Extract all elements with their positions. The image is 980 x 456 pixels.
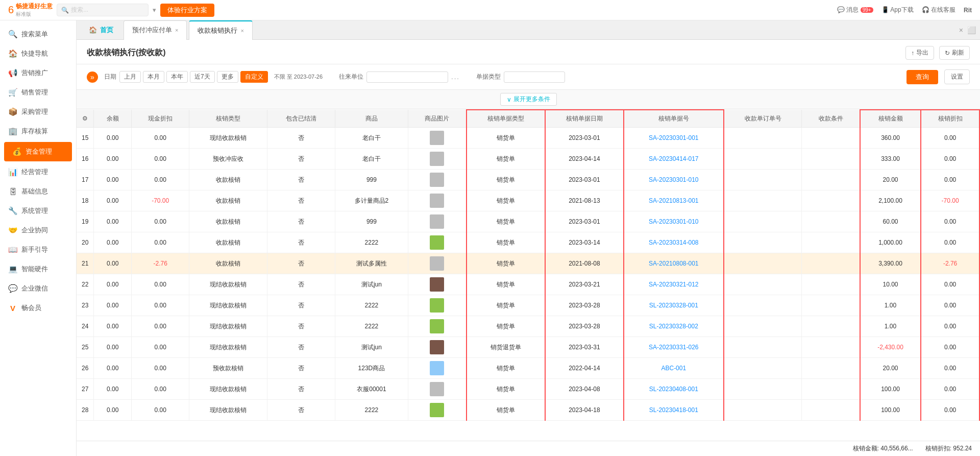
tab-collection-close[interactable]: × [240, 28, 243, 34]
sidebar-item-sales[interactable]: 🛒 销售管理 [0, 83, 76, 102]
cell-cancel-amount: 3,390.00 [860, 253, 921, 274]
cell-collection-order-no [724, 253, 802, 274]
voucher-no-link[interactable]: SA-20210813-001 [649, 197, 698, 204]
cell-cancel-voucher-no[interactable]: SL-20230418-001 [624, 400, 724, 421]
sidebar-item-purchase[interactable]: 📦 采购管理 [0, 102, 76, 122]
setting-button[interactable]: 设置 [944, 69, 970, 84]
voucher-no-link[interactable]: SL-20230328-001 [649, 302, 698, 309]
app-download-icon[interactable]: 📱 App下载 [881, 6, 914, 14]
cell-cancel-voucher-no[interactable]: SA-20230314-008 [624, 232, 724, 253]
voucher-no-link[interactable]: SA-20230314-008 [649, 239, 698, 246]
export-button[interactable]: ↑ 导出 [905, 46, 934, 60]
date-btn-7days[interactable]: 近7天 [190, 71, 215, 83]
voucher-no-link[interactable]: SA-20230414-017 [649, 155, 698, 162]
cell-included-clear: 否 [267, 149, 335, 170]
col-gear[interactable]: ⚙ [77, 110, 94, 128]
sidebar-item-marketing[interactable]: 📢 营销推广 [0, 63, 76, 83]
online-service-icon[interactable]: 🎧 在线客服 [922, 6, 955, 14]
search-box[interactable]: 🔍 搜索... [57, 4, 149, 16]
voucher-no-link[interactable]: SL-20230328-002 [649, 323, 698, 330]
voucher-no-link[interactable]: SA-20230301-010 [649, 176, 698, 183]
sidebar-item-base[interactable]: 🗄 基础信息 [0, 182, 76, 201]
sidebar-item-system[interactable]: 🔧 系统管理 [0, 201, 76, 221]
party-dots: ... [451, 73, 460, 81]
app-version: 标准版 [16, 11, 53, 18]
cell-cancel-voucher-no[interactable]: SA-20210813-001 [624, 190, 724, 211]
voucher-no-link[interactable]: SA-20230301-001 [649, 134, 698, 141]
cell-cash-discount: 0.00 [132, 295, 189, 316]
solution-button[interactable]: 体验行业方案 [160, 4, 214, 17]
cell-cancel-voucher-no[interactable]: SA-20230321-012 [624, 274, 724, 295]
cell-cancel-voucher-no[interactable]: SA-20230301-010 [624, 170, 724, 190]
cell-cancel-voucher-no[interactable]: SL-20230328-001 [624, 295, 724, 316]
cell-cancel-voucher-no[interactable]: SL-20230328-002 [624, 316, 724, 337]
cell-cancel-type: 收款核销 [189, 170, 267, 190]
sidebar-item-corp[interactable]: 🤝 企业协同 [0, 221, 76, 240]
date-btn-this-month[interactable]: 本月 [143, 71, 164, 83]
sidebar-item-guide[interactable]: 📖 新手引导 [0, 240, 76, 259]
sidebar-label-finance: 资金管理 [26, 147, 52, 156]
cell-cancel-voucher-no[interactable]: SA-20210808-001 [624, 253, 724, 274]
voucher-type-select[interactable] [504, 71, 565, 83]
user-avatar[interactable]: Rit [964, 7, 972, 14]
tab-prepay[interactable]: 预付冲应付单 × [124, 20, 187, 40]
cell-collection-condition [802, 170, 860, 190]
cell-cancel-voucher-no[interactable]: SA-20230414-017 [624, 149, 724, 170]
cell-balance: 0.00 [94, 170, 132, 190]
cell-included-clear: 否 [267, 253, 335, 274]
sidebar-label-guide: 新手引导 [21, 245, 48, 254]
filter-toggle-button[interactable]: » [87, 71, 98, 83]
search-icon: 🔍 [8, 30, 17, 39]
sidebar-item-wechat[interactable]: 💬 企业微信 [0, 279, 76, 298]
expand-conditions-button[interactable]: ∨ 展开更多条件 [500, 93, 557, 106]
voucher-no-link[interactable]: SA-20210808-001 [649, 260, 698, 267]
date-btn-custom[interactable]: 自定义 [240, 71, 268, 83]
date-btn-this-year[interactable]: 本年 [166, 71, 188, 83]
voucher-no-link[interactable]: ABC-001 [661, 365, 686, 372]
system-icon: 🔧 [8, 206, 17, 215]
cell-included-clear: 否 [267, 170, 335, 190]
sidebar-item-finance[interactable]: 💰 资金管理 [4, 142, 72, 161]
sidebar-item-stock[interactable]: 🏢 库存核算 [0, 122, 76, 141]
cell-cancel-voucher-no[interactable]: SL-20230408-001 [624, 379, 724, 400]
tab-home[interactable]: 🏠 首页 [81, 20, 121, 40]
cell-collection-condition [802, 190, 860, 211]
cell-cancel-voucher-no[interactable]: ABC-001 [624, 358, 724, 379]
party-input[interactable] [366, 71, 448, 83]
cell-cancel-voucher-no[interactable]: SA-20230331-026 [624, 337, 724, 358]
tab-collection[interactable]: 收款核销执行 × [189, 20, 252, 40]
refresh-button[interactable]: ↻ 刷新 [939, 46, 970, 60]
cell-cancel-voucher-no[interactable]: SA-20230301-010 [624, 211, 724, 232]
voucher-no-link[interactable]: SA-20230301-010 [649, 218, 698, 225]
sidebar-item-search[interactable]: 🔍 搜索菜单 [0, 25, 76, 44]
cell-collection-condition [802, 358, 860, 379]
cell-cash-discount: 0.00 [132, 128, 189, 149]
cell-cancel-discount: 0.00 [921, 379, 979, 400]
date-btn-last-month[interactable]: 上月 [119, 71, 141, 83]
voucher-no-link[interactable]: SL-20230408-001 [649, 386, 698, 393]
voucher-no-link[interactable]: SA-20230331-026 [649, 344, 698, 351]
cell-included-clear: 否 [267, 316, 335, 337]
tab-prepay-close[interactable]: × [175, 27, 178, 33]
app-logo: 6 畅捷通好生意 标准版 [8, 2, 53, 18]
close-all-icon[interactable]: × [959, 26, 963, 34]
sidebar-item-hardware[interactable]: 💻 智能硬件 [0, 259, 76, 279]
wechat-icon: 💬 [8, 284, 17, 293]
maximize-icon[interactable]: ⬜ [967, 26, 976, 34]
sidebar-item-manage[interactable]: 📊 经营管理 [0, 162, 76, 182]
sidebar-item-member[interactable]: V 畅会员 [0, 298, 76, 318]
sidebar-label-hardware: 智能硬件 [21, 265, 48, 274]
cell-collection-order-no [724, 295, 802, 316]
message-icon[interactable]: 💬 消息 99+ [837, 6, 873, 14]
query-button[interactable]: 查询 [906, 70, 938, 84]
voucher-no-link[interactable]: SA-20230321-012 [649, 281, 698, 288]
cell-cancel-voucher-no[interactable]: SA-20230301-001 [624, 128, 724, 149]
cell-cancel-voucher-type: 销货单 [467, 211, 545, 232]
cell-product-img [408, 190, 467, 211]
sidebar-item-quicknav[interactable]: 🏠 快捷导航 [0, 44, 76, 63]
date-btn-more[interactable]: 更多 [217, 71, 238, 83]
voucher-no-link[interactable]: SL-20230418-001 [649, 406, 698, 414]
cell-cancel-voucher-type: 销货单 [467, 128, 545, 149]
table-row: 15 0.00 0.00 现结收款核销 否 老白干 销货单 2023-03-01… [77, 128, 979, 149]
cell-no: 22 [77, 274, 94, 295]
